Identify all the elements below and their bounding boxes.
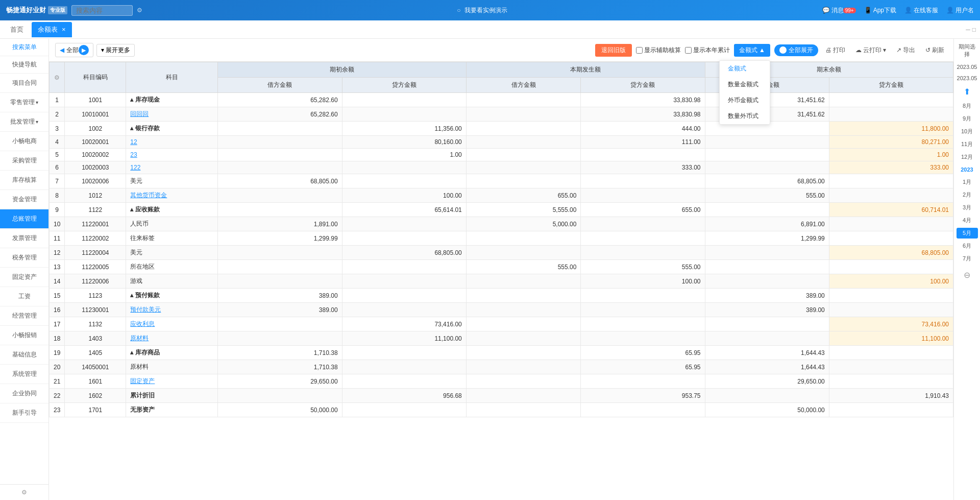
cell-code: 10020001 (65, 136, 126, 149)
cell-name: 美元 (126, 174, 218, 188)
sidebar-item-assets[interactable]: 固定资产 (0, 268, 48, 287)
month-10[interactable]: 10月 (957, 126, 978, 137)
mode-option-amount[interactable]: 金额式 (720, 61, 770, 77)
export-btn[interactable]: ↗ 导出 (893, 44, 918, 56)
sidebar-item-cooperation[interactable]: 企业协同 (0, 384, 48, 403)
print-btn[interactable]: 🖨 打印 (822, 44, 848, 56)
toolbar: ◀ 全部 ▶ ▾ 展开更多 退回旧版 显示辅助核算 (49, 39, 953, 62)
sidebar-label-project: 项目合同 (12, 79, 37, 86)
month-8[interactable]: 8月 (957, 101, 978, 111)
show-ytd-label[interactable]: 显示本年累计 (685, 46, 730, 55)
user-btn[interactable]: 👤 用户名 (946, 6, 974, 15)
collapse-icon: ⊖ (964, 271, 970, 279)
sidebar-item-wholesale[interactable]: 批发管理 ▾ (0, 112, 48, 132)
download-btn[interactable]: 📱 App下载 (864, 6, 896, 15)
sidebar-item-tax[interactable]: 税务管理 (0, 248, 48, 268)
tab-close-icon[interactable]: × (62, 26, 66, 33)
month-3[interactable]: 3月 (957, 202, 978, 213)
sidebar-item-basic[interactable]: 基础信息 (0, 345, 48, 365)
collapse-panel-btn[interactable]: ⊖ (964, 270, 970, 280)
cell-debit-cur (466, 174, 581, 188)
cell-name[interactable]: 原材料 (126, 331, 218, 346)
month-2[interactable]: 2月 (957, 189, 978, 200)
cell-name[interactable]: 应收利息 (126, 317, 218, 331)
tab-home[interactable]: 首页 (4, 22, 30, 37)
search-nav-btn[interactable]: ▶ (79, 45, 89, 55)
cell-name[interactable]: 预付款美元 (126, 303, 218, 317)
sidebar-item-inventory[interactable]: 库存核算 (0, 171, 48, 190)
cell-credit-cur: 100.00 (581, 274, 705, 289)
cell-name[interactable]: 122 (126, 161, 218, 174)
sidebar-item-ledger[interactable]: 总账管理 (0, 209, 48, 229)
cell-debit-close: 50,000.00 (705, 403, 829, 417)
sidebar-item-guide[interactable]: 新手引导 (0, 403, 48, 423)
period-2023-05-top2[interactable]: 2023.05 (957, 74, 978, 83)
cell-name[interactable]: 回回回 (126, 107, 218, 122)
table-row: 1611230001预付款美元389.00389.00 (50, 303, 953, 317)
return-old-version-btn[interactable]: 退回旧版 (595, 44, 632, 57)
global-search-input[interactable] (71, 5, 133, 16)
mode-option-qty-foreign[interactable]: 数量外币式 (720, 108, 770, 124)
show-aux-label[interactable]: 显示辅助核算 (636, 46, 681, 55)
cell-name[interactable]: 固定资产 (126, 374, 218, 389)
service-btn[interactable]: 👤 在线客服 (904, 6, 938, 15)
cloud-print-btn[interactable]: ☁ 云打印 ▾ (852, 44, 889, 56)
sidebar-item-ecommerce[interactable]: 小畅电商 (0, 132, 48, 151)
message-btn[interactable]: 💬 消息 99+ (822, 6, 856, 15)
th-settings[interactable]: ⚙ (50, 62, 65, 93)
month-7[interactable]: 7月 (957, 253, 978, 264)
tab-balance-sheet[interactable]: 余额表 × (32, 22, 72, 37)
sidebar-quick-nav[interactable]: 快捷导航 (0, 56, 48, 74)
sidebar-search[interactable]: 搜索菜单 (0, 39, 48, 56)
window-minimize-icon[interactable]: ─ (966, 26, 970, 33)
sidebar-item-operations[interactable]: 经营管理 (0, 306, 48, 326)
mode-option-foreign-amount[interactable]: 外币金额式 (720, 92, 770, 108)
sidebar-item-project[interactable]: 项目合同 (0, 74, 48, 93)
show-ytd-checkbox[interactable] (685, 47, 692, 54)
search-box[interactable]: ◀ 全部 ▶ (55, 43, 93, 57)
cell-credit-open (342, 231, 466, 246)
period-2023-05-top1[interactable]: 2023.05 (957, 62, 978, 72)
column-settings-icon[interactable]: ⚙ (54, 74, 60, 81)
month-11[interactable]: 11月 (957, 139, 978, 150)
sidebar-item-capital[interactable]: 资金管理 (0, 190, 48, 209)
mode-option-qty-amount[interactable]: 数量金额式 (720, 77, 770, 92)
cell-debit-close: 1,644.43 (705, 360, 829, 374)
demo-label[interactable]: 我要看实例演示 (464, 6, 507, 15)
cell-credit-close: 333.00 (829, 161, 953, 174)
sidebar-item-retail[interactable]: 零售管理 ▾ (0, 93, 48, 112)
sidebar-item-invoice[interactable]: 发票管理 (0, 229, 48, 248)
show-ytd-text: 显示本年累计 (693, 46, 730, 55)
month-4[interactable]: 4月 (957, 215, 978, 226)
window-maximize-icon[interactable]: □ (972, 26, 976, 33)
sidebar-item-reports[interactable]: 小畅报销 (0, 326, 48, 345)
mode-selector-btn[interactable]: 金额式 ▲ (734, 44, 770, 57)
cell-name[interactable]: 其他货币资金 (126, 188, 218, 203)
expand-btn[interactable]: ▾ 展开更多 (96, 44, 135, 57)
month-5[interactable]: 5月 (957, 228, 978, 239)
cell-credit-open: 100.00 (342, 188, 466, 203)
cell-debit-open (218, 203, 342, 217)
message-badge: 99+ (843, 8, 856, 13)
refresh-btn[interactable]: ↺ 刷新 (922, 44, 947, 56)
sidebar-label-ledger: 总账管理 (12, 215, 37, 222)
cell-debit-close (705, 317, 829, 331)
scroll-up-btn[interactable]: ⬆ (964, 87, 970, 97)
month-1[interactable]: 1月 (957, 177, 978, 187)
sidebar-item-purchase[interactable]: 采购管理 (0, 151, 48, 171)
cell-debit-close: 29,650.00 (705, 374, 829, 389)
cell-name[interactable]: 12 (126, 136, 218, 149)
month-9[interactable]: 9月 (957, 113, 978, 124)
sidebar-item-payroll[interactable]: 工资 (0, 287, 48, 306)
cell-name[interactable]: 23 (126, 149, 218, 161)
expand-all-btn[interactable]: 全部展开 (774, 44, 818, 56)
year-2023-label[interactable]: 2023 (961, 166, 973, 173)
th-credit-cur: 贷方金额 (581, 78, 705, 93)
settings-icon[interactable]: ⚙ (137, 7, 142, 14)
show-aux-checkbox[interactable] (636, 47, 643, 54)
cell-name: ▴ 库存商品 (126, 346, 218, 360)
sidebar-item-system[interactable]: 系统管理 (0, 365, 48, 384)
month-12[interactable]: 12月 (957, 152, 978, 162)
sidebar-settings[interactable]: ⚙ (0, 484, 48, 500)
month-6[interactable]: 6月 (957, 241, 978, 251)
